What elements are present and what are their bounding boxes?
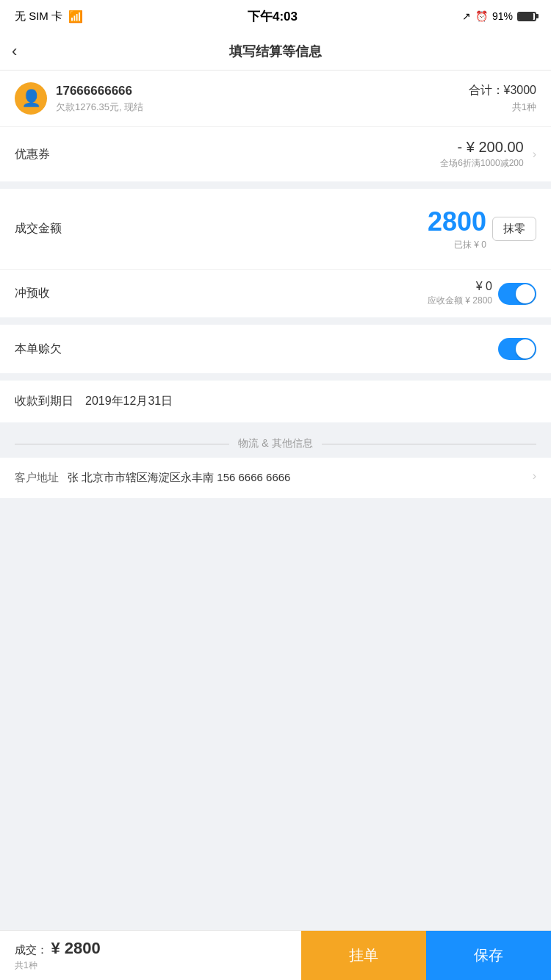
customer-right: 合计：¥3000 共1种 <box>469 83 537 114</box>
sheqian-label: 本单赊欠 <box>15 342 62 357</box>
chong-sub: 应收金额 ¥ 2800 <box>428 295 492 307</box>
page-title: 填写结算等信息 <box>229 43 322 60</box>
amount-sub: 已抹 ¥ 0 <box>428 239 486 251</box>
customer-total: 合计：¥3000 <box>469 83 537 98</box>
chong-right: ¥ 0 应收金额 ¥ 2800 <box>428 280 536 307</box>
round-btn[interactable]: 抹零 <box>492 217 536 241</box>
status-time: 下午4:03 <box>248 8 298 25</box>
coupon-label: 优惠券 <box>15 147 50 162</box>
sheqian-row: 本单赊欠 <box>0 325 551 373</box>
location-icon: ↗ <box>462 10 471 22</box>
logistics-divider-text: 物流 & 其他信息 <box>238 437 312 450</box>
bottom-summary: 成交： ¥ 2800 共1种 <box>0 939 301 972</box>
alarm-icon: ⏰ <box>475 10 488 22</box>
chong-value-area: ¥ 0 应收金额 ¥ 2800 <box>428 280 492 307</box>
logistics-section-header: 物流 & 其他信息 <box>0 430 551 458</box>
address-value: 张 北京市市辖区海淀区永丰南 156 6666 6666 <box>68 469 521 486</box>
chong-label: 冲预收 <box>15 286 50 301</box>
amount-label: 成交金额 <box>15 221 62 237</box>
coupon-amount: - ¥ 200.00 <box>440 139 523 156</box>
coupon-right: - ¥ 200.00 全场6折满1000减200 › <box>440 139 536 170</box>
coupon-row[interactable]: 优惠券 - ¥ 200.00 全场6折满1000减200 › <box>0 126 551 181</box>
hold-button[interactable]: 挂单 <box>301 931 426 981</box>
chong-toggle[interactable] <box>498 283 536 305</box>
battery-icon <box>517 12 536 21</box>
amount-section: 成交金额 2800 已抹 ¥ 0 抹零 <box>0 189 551 269</box>
customer-card: 👤 17666666666 欠款1276.35元, 现结 合计：¥3000 共1… <box>0 71 551 181</box>
date-row: 收款到期日 2019年12月31日 <box>0 381 551 422</box>
save-button[interactable]: 保存 <box>426 931 551 981</box>
coupon-desc: 全场6折满1000减200 <box>440 157 523 170</box>
coupon-value-area: - ¥ 200.00 全场6折满1000减200 <box>440 139 523 170</box>
customer-count: 共1种 <box>469 101 537 114</box>
divider-line-left <box>15 444 229 444</box>
address-label: 客户地址 <box>15 471 59 485</box>
bottom-deal-amount: ¥ 2800 <box>51 939 100 957</box>
bottom-count: 共1种 <box>15 959 287 972</box>
date-value: 2019年12月31日 <box>85 394 173 409</box>
status-bar: 无 SIM 卡 📶 下午4:03 ↗ ⏰ 91% <box>0 0 551 32</box>
back-button[interactable]: ‹ <box>12 42 17 61</box>
amount-card: 成交金额 2800 已抹 ¥ 0 抹零 冲预收 ¥ 0 应收金额 ¥ 2800 <box>0 189 551 317</box>
status-left: 无 SIM 卡 📶 <box>15 10 83 24</box>
amount-right: 2800 已抹 ¥ 0 抹零 <box>428 206 536 251</box>
customer-phone: 17666666666 <box>56 84 143 98</box>
wifi-icon: 📶 <box>68 10 83 24</box>
amount-value: 2800 <box>428 206 486 237</box>
status-right: ↗ ⏰ 91% <box>462 10 536 22</box>
sheqian-toggle[interactable] <box>498 338 536 360</box>
customer-left: 👤 17666666666 欠款1276.35元, 现结 <box>15 82 143 115</box>
main-content: 👤 17666666666 欠款1276.35元, 现结 合计：¥3000 共1… <box>0 71 551 564</box>
sheqian-toggle-knob <box>516 339 535 359</box>
customer-row: 👤 17666666666 欠款1276.35元, 现结 合计：¥3000 共1… <box>0 71 551 126</box>
chong-amount: ¥ 0 <box>476 280 492 293</box>
address-chevron-icon: › <box>533 469 536 483</box>
chong-row: 冲预收 ¥ 0 应收金额 ¥ 2800 <box>0 269 551 317</box>
divider-line-right <box>322 444 536 444</box>
battery-percent: 91% <box>492 10 513 22</box>
bottom-bar: 成交： ¥ 2800 共1种 挂单 保存 <box>0 930 551 980</box>
amount-row: 成交金额 2800 已抹 ¥ 0 抹零 <box>15 201 536 257</box>
carrier-text: 无 SIM 卡 <box>15 10 62 24</box>
avatar: 👤 <box>15 82 47 115</box>
bottom-deal-label: 成交： <box>15 943 48 956</box>
bottom-deal-line: 成交： ¥ 2800 <box>15 939 287 958</box>
address-row[interactable]: 客户地址 张 北京市市辖区海淀区永丰南 156 6666 6666 › <box>0 458 551 498</box>
nav-bar: ‹ 填写结算等信息 <box>0 32 551 71</box>
date-label: 收款到期日 <box>15 394 73 409</box>
toggle-knob <box>516 284 535 303</box>
amount-value-area: 2800 已抹 ¥ 0 <box>428 206 486 251</box>
customer-info: 17666666666 欠款1276.35元, 现结 <box>56 84 143 114</box>
customer-sub-info: 欠款1276.35元, 现结 <box>56 101 143 114</box>
chevron-right-icon: › <box>533 148 536 161</box>
